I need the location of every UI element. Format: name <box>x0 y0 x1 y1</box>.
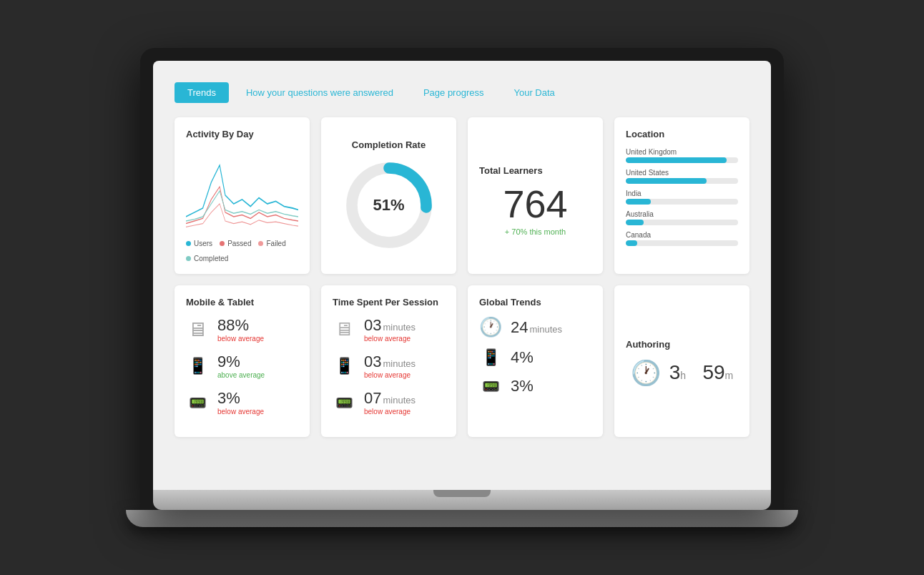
location-name: United Kingdom <box>626 148 738 156</box>
activity-by-day-card: Activity By Day <box>175 117 310 274</box>
activity-chart <box>186 148 298 234</box>
desktop-sub: below average <box>217 335 264 343</box>
desktop-stat: 88% below average <box>217 316 264 343</box>
location-bar-bg <box>626 178 738 184</box>
authoring-title: Authoring <box>626 339 738 350</box>
location-item: Australia <box>626 210 738 225</box>
tablet-sub: below average <box>217 408 264 416</box>
donut-chart: 51% <box>343 159 436 252</box>
location-bar-fill <box>626 178 707 184</box>
location-item: India <box>626 190 738 205</box>
desktop-icon: 🖥 <box>186 318 209 341</box>
time-tablet-icon: 📟 <box>333 394 355 411</box>
tablet-stat: 3% below average <box>217 389 264 416</box>
mobile-sub: above average <box>217 371 265 379</box>
authoring-val: 3h 59m <box>669 361 734 384</box>
global-title: Global Trends <box>479 297 591 308</box>
authoring-clock-icon: 🕐 <box>631 358 661 387</box>
donut-label: 51% <box>373 196 404 215</box>
tablet-icon: 📟 <box>186 394 209 411</box>
location-bar-bg <box>626 220 738 225</box>
legend-failed-label: Failed <box>266 240 285 247</box>
legend-failed: Failed <box>258 240 285 247</box>
learners-number: 764 <box>503 185 567 223</box>
desktop-row: 🖥 88% below average <box>186 316 298 343</box>
time-desktop-sub: below average <box>364 335 416 343</box>
location-card: Location United Kingdom United States In… <box>614 117 749 274</box>
tablet-pct: 3% <box>217 389 264 408</box>
location-name: India <box>626 190 738 197</box>
mobile-pct: 9% <box>217 353 265 371</box>
authoring-hours: 3 <box>669 361 681 383</box>
global-mobile-val: 4% <box>511 348 534 367</box>
time-desktop-icon: 🖥 <box>333 318 355 340</box>
learners-growth: + 70% this month <box>505 227 566 236</box>
global-mobile-row: 📱 4% <box>479 348 591 367</box>
time-tablet-sub: below average <box>364 408 416 416</box>
tablet-row: 📟 3% below average <box>186 389 298 416</box>
time-mobile-icon: 📱 <box>333 357 355 375</box>
mobile-icon: 📱 <box>186 357 209 375</box>
legend-users: Users <box>186 240 212 247</box>
chart-legend: Users Passed Failed Completed <box>186 240 298 262</box>
mobile-title: Mobile & Tablet <box>186 297 298 308</box>
time-mobile-val: 03minutes <box>364 353 416 371</box>
learners-title: Total Learners <box>479 165 591 176</box>
laptop-base <box>153 490 771 510</box>
passed-dot <box>220 241 225 246</box>
failed-dot <box>258 241 263 246</box>
global-tablet-val: 3% <box>511 377 534 395</box>
mobile-tablet-card: Mobile & Tablet 🖥 88% below average 📱 9%… <box>175 285 310 437</box>
location-item: United States <box>626 169 738 184</box>
mobile-row: 📱 9% above average <box>186 353 298 379</box>
completion-title: Completion Rate <box>352 139 426 150</box>
location-bar-bg <box>626 157 738 163</box>
legend-passed-label: Passed <box>227 240 251 247</box>
legend-users-label: Users <box>194 240 212 247</box>
location-name: United States <box>626 169 738 177</box>
users-dot <box>186 241 191 246</box>
total-learners-card: Total Learners 764 + 70% this month <box>468 117 603 274</box>
global-desktop-row: 🕐 24minutes <box>479 316 591 338</box>
time-tablet-val: 07minutes <box>364 389 416 408</box>
time-title: Time Spent Per Session <box>333 297 445 308</box>
location-item: United Kingdom <box>626 148 738 163</box>
dashboard-grid: Activity By Day <box>175 117 749 437</box>
global-tablet-row: 📟 3% <box>479 377 591 395</box>
global-desktop-val: 24minutes <box>511 318 562 337</box>
time-tablet-stat: 07minutes below average <box>364 389 416 416</box>
time-desktop-stat: 03minutes below average <box>364 316 416 343</box>
completed-dot <box>186 256 191 261</box>
time-mobile-row: 📱 03minutes below average <box>333 353 445 379</box>
legend-completed: Completed <box>186 255 228 262</box>
time-mobile-stat: 03minutes below average <box>364 353 416 379</box>
time-spent-card: Time Spent Per Session 🖥 03minutes below… <box>321 285 456 437</box>
time-tablet-row: 📟 07minutes below average <box>333 389 445 416</box>
tab-questions[interactable]: How your questions were answered <box>233 82 406 103</box>
location-title: Location <box>626 129 738 139</box>
location-bar-bg <box>626 240 738 246</box>
location-bar-fill <box>626 157 727 163</box>
global-trends-card: Global Trends 🕐 24minutes 📱 4% 📟 3% <box>468 285 603 437</box>
tab-progress[interactable]: Page progress <box>411 82 497 103</box>
location-bar-fill <box>626 240 637 246</box>
location-list: United Kingdom United States India Austr… <box>626 148 738 246</box>
activity-title: Activity By Day <box>186 129 298 139</box>
nav-tabs: Trends How your questions were answered … <box>175 82 749 103</box>
global-clock-icon: 🕐 <box>479 316 502 338</box>
location-bar-fill <box>626 199 651 205</box>
location-bar-bg <box>626 199 738 205</box>
desktop-pct: 88% <box>217 316 264 335</box>
completion-rate-card: Completion Rate 51% <box>321 117 456 274</box>
legend-completed-label: Completed <box>194 255 228 262</box>
time-desktop-row: 🖥 03minutes below average <box>333 316 445 343</box>
time-mobile-sub: below average <box>364 371 416 379</box>
global-tablet-icon: 📟 <box>479 378 502 395</box>
location-bar-fill <box>626 220 644 225</box>
mobile-stat: 9% above average <box>217 353 265 379</box>
legend-passed: Passed <box>220 240 251 247</box>
time-desktop-val: 03minutes <box>364 316 416 335</box>
tab-yourdata[interactable]: Your Data <box>501 82 567 103</box>
tab-trends[interactable]: Trends <box>175 82 229 103</box>
location-name: Canada <box>626 231 738 239</box>
